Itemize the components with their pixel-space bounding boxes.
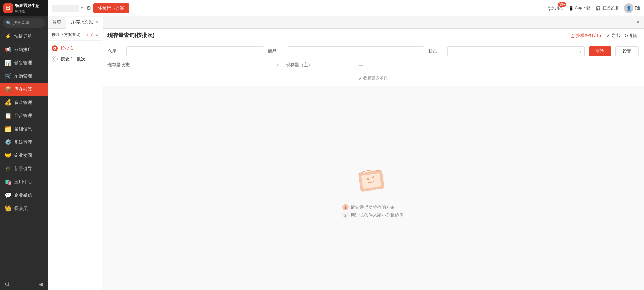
app-subtitle: 标准版 — [15, 9, 39, 14]
sidebar-item-label: 新手引导 — [14, 166, 32, 172]
scheme-add-icon[interactable]: + — [86, 32, 89, 38]
sidebar-item-system[interactable]: ⚙️ 系统管理 — [0, 135, 48, 149]
sidebar-item-label: 基础信息 — [14, 126, 32, 132]
search-label: 搜索菜单 — [13, 20, 29, 26]
warehouse-more-icon[interactable]: ··· — [256, 49, 264, 54]
hint-num-2: 2 — [342, 212, 349, 218]
empty-svg — [353, 158, 393, 199]
message-icon: 💬 — [548, 6, 554, 11]
product-input-wrap: ··· — [287, 46, 424, 56]
product-more-icon[interactable]: ··· — [416, 49, 424, 54]
query-button[interactable]: 查询 — [589, 46, 611, 56]
sidebar-item-wechat[interactable]: 💬 企业微信 — [0, 188, 48, 202]
scheme-panel: 按以下方案查询 + ⊙ « 按批次 按仓库 — [48, 29, 102, 290]
app-download-button[interactable]: 📱 App下载 — [569, 5, 590, 11]
stock-status-arrow-icon: ▾ — [277, 63, 279, 67]
scheme-panel-title: 按以下方案查询 — [52, 32, 80, 38]
tabs-right: × — [634, 19, 644, 26]
export-label: 导出 — [611, 33, 620, 39]
warehouse-input[interactable] — [127, 47, 256, 55]
page-title-bar: 现存量查询(按批次) 🖨 按模板打印 ▾ ↗ 导出 ↻ 刷新 — [102, 29, 644, 42]
sales-icon: 📊 — [5, 59, 12, 66]
breadcrumb-input[interactable] — [52, 5, 79, 12]
settings-button[interactable]: 设置 — [615, 46, 639, 56]
sidebar-item-member[interactable]: 👑 畅会员 — [0, 202, 48, 215]
print-arrow-icon[interactable]: ▾ — [599, 33, 602, 38]
main-area: ▾ ⚙ 体验行业方案 💬 消息 99+ 📱 App下载 🎧 在线客服 👤 Rit — [48, 0, 644, 290]
collapse-label: 收起更多条件 — [363, 75, 388, 81]
finance-icon: 💰 — [5, 99, 12, 106]
product-filter: 商品 ··· — [268, 46, 424, 56]
tabs-close-all-icon[interactable]: × — [634, 19, 641, 26]
stock-status-select[interactable]: ▾ — [132, 60, 282, 70]
sidebar-item-finance[interactable]: 💰 资金管理 — [0, 96, 48, 109]
app-download-icon: 📱 — [569, 6, 574, 11]
inventory-icon: 📦 — [5, 86, 12, 92]
trial-button[interactable]: 体验行业方案 — [93, 3, 129, 13]
sidebar-item-enterprise[interactable]: 🤝 企业协同 — [0, 149, 48, 162]
sidebar-item-quicknav[interactable]: ⚡ 快捷导航 — [0, 30, 48, 43]
svg-point-1 — [54, 48, 55, 49]
app-logo: B — [3, 3, 13, 13]
online-service-button[interactable]: 🎧 在线客服 — [596, 5, 618, 11]
app-title-block: 畅康通好生意 标准版 — [15, 3, 39, 14]
message-button[interactable]: 💬 消息 99+ — [548, 5, 563, 11]
business-icon: 📋 — [5, 112, 12, 119]
sidebar-item-inventory[interactable]: 📦 库存核算 — [0, 83, 48, 96]
refresh-label: 刷新 — [630, 33, 639, 39]
sidebar-collapse-icon[interactable]: ◀ — [39, 281, 43, 287]
sidebar-item-purchase[interactable]: 🛒 采购管理 — [0, 69, 48, 83]
appstore-icon: 🛍️ — [5, 179, 12, 185]
data-area: 1 请先选择要分析的方案 2 用过滤条件来缩小分析范围 — [102, 86, 644, 290]
topbar-left: ▾ ⚙ 体验行业方案 — [52, 3, 546, 13]
sidebar-header: B 畅康通好生意 标准版 — [0, 0, 48, 16]
tab-close-icon[interactable]: × — [96, 20, 98, 24]
sidebar-item-label: 企业协同 — [14, 152, 32, 159]
username: Rit — [635, 6, 640, 11]
sidebar-search[interactable]: 🔍 搜索菜单 — [3, 18, 45, 28]
sidebar-item-basic[interactable]: 🗂️ 基础信息 — [0, 122, 48, 135]
scheme-settings-icon[interactable]: ⊙ — [91, 33, 95, 37]
sidebar-item-label: 畅会员 — [14, 205, 28, 212]
status-select[interactable]: ▾ — [447, 46, 585, 56]
product-label: 商品 — [268, 48, 285, 54]
topbar-gear-icon[interactable]: ⚙ — [86, 5, 91, 11]
sidebar-item-newbie[interactable]: 🎓 新手引导 — [0, 162, 48, 175]
sidebar-item-label: 库存核算 — [14, 86, 32, 92]
collapse-icon: ∧ — [359, 76, 362, 81]
print-button[interactable]: 🖨 按模板打印 ▾ — [570, 33, 602, 39]
topbar: ▾ ⚙ 体验行业方案 💬 消息 99+ 📱 App下载 🎧 在线客服 👤 Rit — [48, 0, 644, 16]
tab-inventory-batch[interactable]: 库存批次账 × — [66, 17, 103, 29]
sidebar-item-marketing[interactable]: 📢 营销推广 — [0, 43, 48, 56]
sidebar-item-label: 采购管理 — [14, 73, 32, 79]
status-select-arrow-icon: ▾ — [580, 49, 582, 54]
print-label: 按模板打印 — [576, 33, 598, 39]
sidebar-item-label: 销售管理 — [14, 60, 32, 66]
product-input[interactable] — [287, 47, 416, 55]
sidebar-item-label: 企业微信 — [14, 192, 32, 198]
export-button[interactable]: ↗ 导出 — [606, 33, 620, 39]
breadcrumb-chevron-icon[interactable]: ▾ — [81, 6, 83, 11]
refresh-button[interactable]: ↻ 刷新 — [624, 33, 639, 39]
sidebar-item-business[interactable]: 📋 经营管理 — [0, 109, 48, 122]
stock-status-label: 现存量状态 — [107, 62, 130, 68]
scheme-collapse-icon[interactable]: « — [96, 32, 98, 37]
marketing-icon: 📢 — [5, 46, 12, 53]
scheme-header-actions: + ⊙ « — [86, 32, 98, 38]
purchase-icon: 🛒 — [5, 73, 12, 79]
stock-qty-dash: — — [357, 62, 365, 68]
print-icon: 🖨 — [570, 33, 575, 38]
user-menu[interactable]: 👤 Rit — [624, 3, 640, 13]
stock-qty-to-input[interactable] — [367, 60, 407, 70]
hint-num-1: 1 — [342, 204, 349, 210]
stock-qty-from-input[interactable] — [315, 60, 355, 70]
sidebar-item-appstore[interactable]: 🛍️ 应用中心 — [0, 175, 48, 188]
scheme-item-warehouse-batch[interactable]: 按仓库+批次 — [48, 54, 102, 65]
warehouse-label: 仓库 — [107, 48, 124, 54]
collapse-more-btn[interactable]: ∧ 收起更多条件 — [107, 73, 639, 82]
sidebar-settings-icon[interactable]: ⚙ — [5, 281, 10, 287]
sidebar-item-sales[interactable]: 📊 销售管理 — [0, 56, 48, 69]
tab-home[interactable]: 首页 — [48, 16, 66, 28]
scheme-item-batch[interactable]: 按批次 — [48, 43, 102, 54]
sidebar-nav: ⚡ 快捷导航 📢 营销推广 📊 销售管理 🛒 采购管理 📦 库存核算 💰 资金管… — [0, 30, 48, 278]
